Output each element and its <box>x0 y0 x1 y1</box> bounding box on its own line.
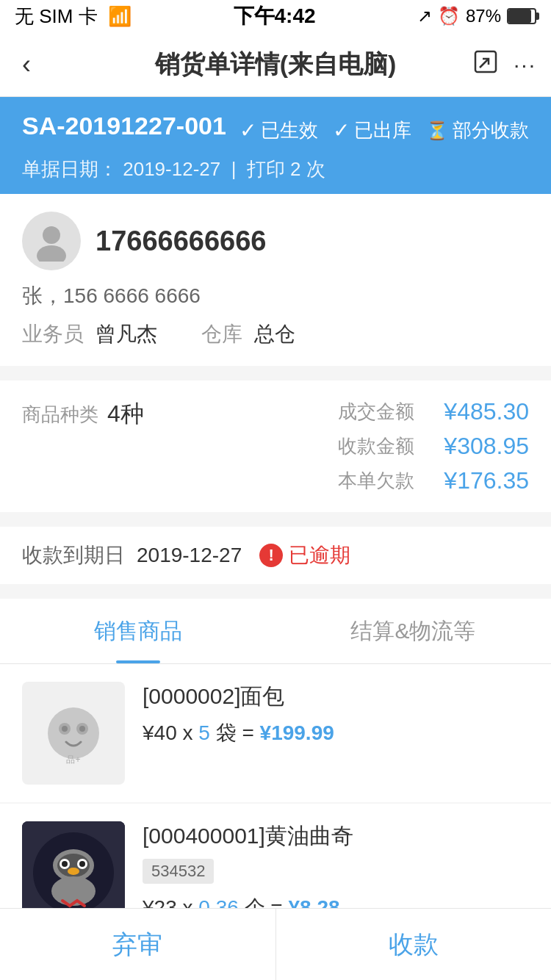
product-batch-2: 534532 <box>143 859 214 884</box>
customer-name: 17666666666 <box>96 226 266 257</box>
stats-section: 商品种类 4种 成交金额 ¥485.30 收款金额 ¥308.95 本单欠款 ¥… <box>0 381 551 512</box>
svg-text:品+: 品+ <box>66 754 80 765</box>
svg-point-4 <box>48 707 99 759</box>
back-button[interactable]: ‹ <box>15 42 38 87</box>
header-banner: SA-20191227-001 ✓ 已生效 ✓ 已出库 ⏳ 部分收款 单据日期：… <box>0 97 551 194</box>
nav-bar: ‹ 销货单详情(来自电脑) ··· <box>0 32 551 97</box>
status-bar: 无 SIM 卡 📶 下午4:42 ↗ ⏰ 87% <box>0 0 551 32</box>
overdue-indicator: ! 已逾期 <box>259 541 350 569</box>
status-icons: ↗ ⏰ 87% <box>417 6 536 26</box>
svg-point-7 <box>62 726 68 732</box>
collect-payment-button[interactable]: 收款 <box>276 909 552 980</box>
customer-section: 17666666666 张，156 6666 6666 业务员 曾凡杰 仓库 总… <box>0 194 551 366</box>
sales-info: 业务员 曾凡杰 <box>22 320 157 348</box>
status-carrier: 无 SIM 卡 📶 <box>15 4 132 29</box>
location-icon: ↗ <box>417 6 432 26</box>
stats-right: 成交金额 ¥485.30 收款金额 ¥308.95 本单欠款 ¥176.35 <box>338 398 529 494</box>
svg-point-3 <box>37 245 66 262</box>
customer-row: 17666666666 <box>22 212 529 270</box>
clock-icon: ⏳ <box>426 120 448 141</box>
alarm-icon: ⏰ <box>438 6 460 26</box>
battery-label: 87% <box>466 6 501 26</box>
due-section: 收款到期日 2019-12-27 ! 已逾期 <box>0 527 551 584</box>
product-name-2: [000400001]黄油曲奇 <box>143 821 529 851</box>
badge-partial-payment: ⏳ 部分收款 <box>426 118 529 143</box>
tab-underline <box>116 660 160 663</box>
order-badges: ✓ 已生效 ✓ 已出库 ⏳ 部分收款 <box>240 118 529 143</box>
products-list: 品+ [0000002]面包 ¥40 x 5 袋 = ¥199.99 <box>0 664 551 942</box>
stats-left: 商品种类 4种 <box>22 398 338 430</box>
product-price-1: ¥40 x 5 袋 = ¥199.99 <box>143 719 529 747</box>
overdue-icon: ! <box>259 544 283 567</box>
warehouse-info: 仓库 总仓 <box>201 320 295 348</box>
avatar <box>22 212 81 270</box>
badge-effective: ✓ 已生效 <box>240 118 318 143</box>
check-icon-1: ✓ <box>240 118 256 143</box>
order-id: SA-20191227-001 <box>22 112 226 140</box>
cancel-review-button[interactable]: 弃审 <box>0 909 276 980</box>
svg-point-2 <box>43 226 60 244</box>
page-title: 销货单详情(来自电脑) <box>155 48 397 82</box>
badge-shipped: ✓ 已出库 <box>333 118 411 143</box>
product-info-1: [0000002]面包 ¥40 x 5 袋 = ¥199.99 <box>143 682 529 747</box>
separator-1 <box>0 373 551 381</box>
tab-settlement[interactable]: 结算&物流等 <box>276 599 551 663</box>
tab-products[interactable]: 销售商品 <box>0 599 276 663</box>
battery-icon <box>507 8 536 24</box>
status-time: 下午4:42 <box>234 2 316 30</box>
product-thumbnail-1: 品+ <box>22 682 125 785</box>
svg-point-8 <box>79 726 85 732</box>
product-name-1: [0000002]面包 <box>143 682 529 712</box>
separator-3 <box>0 591 551 599</box>
nav-actions: ··· <box>472 48 536 80</box>
bottom-bar: 弃审 收款 <box>0 908 551 980</box>
svg-line-1 <box>480 59 489 68</box>
header-date-info: 单据日期： 2019-12-27 | 打印 2 次 <box>22 156 529 182</box>
svg-point-17 <box>79 861 85 867</box>
svg-point-19 <box>51 876 96 906</box>
more-button[interactable]: ··· <box>514 52 536 77</box>
svg-point-16 <box>62 861 68 867</box>
amount-row: 成交金额 ¥485.30 <box>338 398 529 425</box>
overdue-text: 已逾期 <box>289 541 350 569</box>
share-button[interactable] <box>472 48 499 80</box>
product-item: 品+ [0000002]面包 ¥40 x 5 袋 = ¥199.99 <box>0 664 551 802</box>
product-info-2: [000400001]黄油曲奇 534532 ¥23 x 0.36 个 = ¥8… <box>143 821 529 922</box>
customer-meta: 业务员 曾凡杰 仓库 总仓 <box>22 320 529 348</box>
debt-row: 本单欠款 ¥176.35 <box>338 467 529 494</box>
check-icon-2: ✓ <box>333 118 350 143</box>
customer-contact: 张，156 6666 6666 <box>22 282 529 310</box>
svg-point-18 <box>68 868 79 875</box>
tabs-container: 销售商品 结算&物流等 <box>0 599 551 664</box>
received-row: 收款金额 ¥308.95 <box>338 433 529 460</box>
separator-2 <box>0 519 551 527</box>
